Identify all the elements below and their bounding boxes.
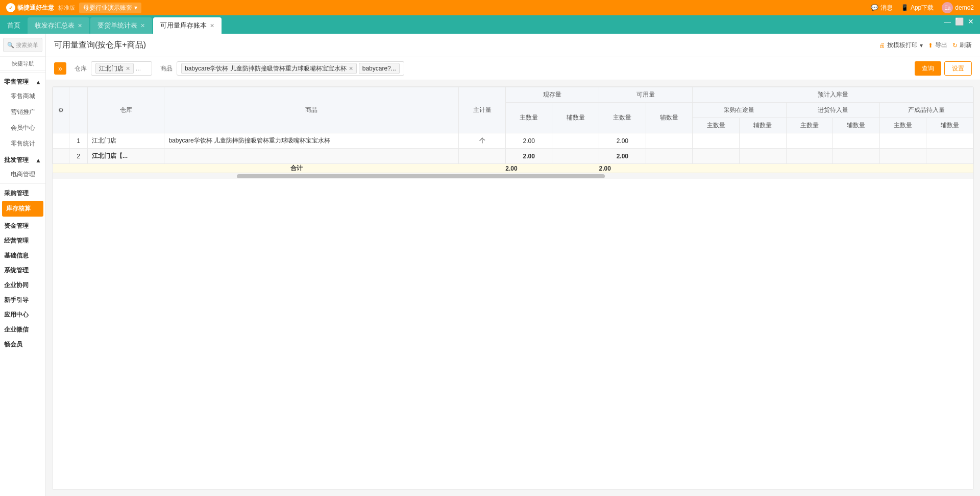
col-settings[interactable]: ⚙ [53,87,69,133]
product-tag1: babycare学饮杯 儿童防摔防撞吸管杯重力球吸嘴杯宝宝水杯 ✕ [181,63,357,74]
tab-available-stock-close[interactable]: ✕ [210,22,214,29]
col-purchase-transit: 采购在途量 [693,103,786,118]
sidebar-search-area: 🔍 搜索菜单 [0,34,45,57]
message-btn[interactable]: 💬 消息 [871,4,893,12]
filter-bar: » 仓库 江北门店 ✕ ... 商品 babycare学饮杯 儿童防摔防撞吸管杯… [46,57,980,80]
user-btn[interactable]: Ea demo2 [942,2,974,13]
cell-import-main-2 [786,149,833,164]
tab-receive-summary-close[interactable]: ✕ [78,22,82,29]
chevron-down-icon: ▾ [920,42,923,49]
sidebar-item-retail-mall[interactable]: 零售商城 [0,88,45,104]
main-layout: 🔍 搜索菜单 快捷导航 零售管理 ▲ 零售商城 营销推广 会员中心 零售统计 批… [0,34,980,496]
tab-available-stock[interactable]: 可用量库存账本 ✕ [153,17,222,34]
cell-select[interactable] [53,133,69,149]
cell-stock-aux-2 [552,149,599,164]
data-table: ⚙ 仓库 商品 主计量 现存量 [53,87,973,173]
product-tag2-text: babycare?... [362,65,396,72]
total-prod-main [879,164,926,173]
sidebar-item-wechat-label: 企业微信 [4,325,29,334]
sidebar-item-member[interactable]: 畅会员 [0,336,45,351]
sidebar-item-operations-label: 经营管理 [4,237,29,245]
app-download-btn[interactable]: 📱 App下载 [901,4,934,12]
total-row: 合计 2.00 2.00 [53,164,973,173]
dropdown-icon: ▾ [134,4,137,11]
sidebar-item-operations[interactable]: 经营管理 [0,232,45,247]
col-warehouse: 仓库 [88,87,164,133]
col-product: 商品 [164,87,459,133]
sidebar-section-wholesale[interactable]: 批发管理 ▲ [0,152,45,167]
sidebar-item-member-label: 畅会员 [4,340,22,349]
tab-receive-summary[interactable]: 收发存汇总表 ✕ [28,17,89,34]
filter-actions: 查询 设置 [915,61,972,76]
setting-btn[interactable]: 设置 [944,61,972,76]
sidebar-item-finance[interactable]: 资金管理 [0,218,45,232]
product-tag1-text: babycare学饮杯 儿童防摔防撞吸管杯重力球吸嘴杯宝宝水杯 [185,64,347,73]
sidebar-item-marketing[interactable]: 营销推广 [0,104,45,120]
logo-icon: ✓ [6,3,15,12]
warehouse-tag-close[interactable]: ✕ [126,65,130,72]
more-dots[interactable]: ... [136,65,141,72]
total-stock-aux [552,164,599,173]
account-dropdown[interactable]: 母婴行业演示账套 ▾ [79,3,141,13]
sidebar-section-retail[interactable]: 零售管理 ▲ [0,74,45,88]
maximize-btn[interactable]: ⬜ [955,17,964,26]
username: demo2 [955,4,974,11]
col-import-pending: 进货待入量 [786,103,879,118]
page-header: 可用量查询(按仓库+商品) 🖨 按模板打印 ▾ ⬆ 导出 ↻ 刷新 [46,34,980,57]
sidebar-item-ecommerce[interactable]: 电商管理 [0,167,45,182]
sidebar-item-stock-check[interactable]: 库存核算 [2,201,43,217]
horizontal-scrollbar[interactable] [53,173,973,179]
tab-available-stock-label: 可用量库存账本 [160,21,207,30]
sidebar-item-retail-stats[interactable]: 零售统计 [0,136,45,152]
sidebar-item-members[interactable]: 会员中心 [0,120,45,136]
scrollbar-thumb[interactable] [237,174,605,178]
total-avail-aux [646,164,693,173]
sidebar-item-guide[interactable]: 新手引导 [0,292,45,306]
cell-select-2[interactable] [53,149,69,164]
tab-order-stats[interactable]: 要货单统计表 ✕ [90,17,152,34]
cell-pur-aux-2 [739,149,786,164]
cell-import-aux-2 [833,149,880,164]
account-name: 母婴行业演示账套 [83,4,132,12]
search-menu-btn[interactable]: 🔍 搜索菜单 [3,38,42,52]
total-num [69,164,88,173]
cell-prod-main [879,133,926,149]
cell-warehouse: 江北门店 [88,133,164,149]
tab-home[interactable]: 首页 [0,17,28,34]
phone-icon: 📱 [901,4,909,11]
nav-tabs: 首页 收发存汇总表 ✕ 要货单统计表 ✕ 可用量库存账本 ✕ — ⬜ ✕ [0,15,980,34]
sidebar-item-retail-stats-label: 零售统计 [11,140,35,147]
tab-order-stats-close[interactable]: ✕ [140,22,145,29]
query-btn[interactable]: 查询 [915,61,941,76]
cell-product-2 [164,149,459,164]
total-settings [53,164,69,173]
sidebar-divider-1 [0,72,45,73]
col-stock-main: 主数量 [505,103,552,133]
top-bar-right: 💬 消息 📱 App下载 Ea demo2 [871,2,974,13]
close-btn[interactable]: ✕ [968,17,974,26]
sidebar-item-basic-info[interactable]: 基础信息 [0,247,45,262]
quick-nav-label: 快捷导航 [12,60,34,66]
sidebar-item-enterprise[interactable]: 企业协同 [0,277,45,292]
product-input[interactable]: babycare学饮杯 儿童防摔防撞吸管杯重力球吸嘴杯宝宝水杯 ✕ babyca… [177,61,404,76]
product-tag1-close[interactable]: ✕ [349,65,353,72]
filter-toggle-btn[interactable]: » [54,62,66,75]
refresh-btn[interactable]: ↻ 刷新 [952,41,972,50]
sidebar-item-app-center[interactable]: 应用中心 [0,306,45,321]
app-subtitle: 标准版 [58,4,75,12]
sidebar-item-system[interactable]: 系统管理 [0,262,45,277]
export-btn[interactable]: ⬆ 导出 [928,41,947,50]
print-btn[interactable]: 🖨 按模板打印 ▾ [879,41,923,50]
sidebar-item-wechat[interactable]: 企业微信 [0,321,45,336]
col-product-pending: 产成品待入量 [879,103,973,118]
product-filter-group: 商品 babycare学饮杯 儿童防摔防撞吸管杯重力球吸嘴杯宝宝水杯 ✕ bab… [160,61,404,76]
search-icon: 🔍 [7,42,14,49]
warehouse-label: 仓库 [75,64,87,73]
sidebar-item-quick-nav[interactable]: 快捷导航 [0,57,45,71]
total-pur-aux [739,164,786,173]
warehouse-input[interactable]: 江北门店 ✕ ... [91,61,152,76]
cell-import-aux [833,133,880,149]
app-logo: ✓ 畅捷通好生意 [6,3,54,12]
sidebar-item-purchase[interactable]: 采购管理 [0,185,45,200]
minimize-btn[interactable]: — [944,17,951,26]
